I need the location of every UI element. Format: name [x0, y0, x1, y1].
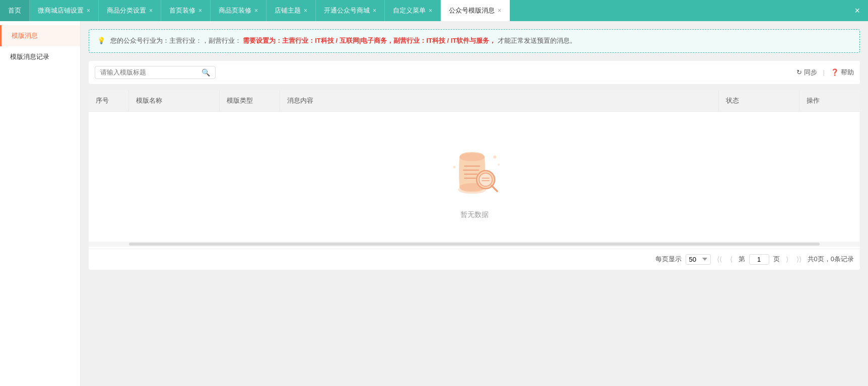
per-page-select[interactable]: 10 20 50 100: [686, 254, 711, 265]
tab-product-decor-label: 商品页装修: [219, 6, 251, 15]
main-layout: 模版消息 模版消息记录 💡 您的公众号行业为：主营行业：，副营行业： 需要设置为…: [0, 21, 868, 386]
sync-icon: ↻: [796, 68, 802, 76]
top-nav: 首页 微商城店铺设置 × 商品分类设置 × 首页装修 × 商品页装修 × 店铺主…: [0, 0, 868, 21]
help-icon: ❓: [831, 68, 839, 76]
sidebar-item-template-msg[interactable]: 模版消息: [0, 25, 80, 46]
tab-theme-label: 店铺主题: [275, 6, 301, 15]
search-input[interactable]: [100, 68, 202, 76]
tab-theme-close[interactable]: ×: [304, 7, 307, 14]
toolbar: 🔍 ↻ 同步 | ❓ 帮助: [89, 61, 860, 84]
first-page-button[interactable]: ⟨⟨: [715, 254, 724, 264]
col-content: 消息内容: [280, 90, 719, 111]
notice-highlight: 需要设置为：主营行业：IT科技 / 互联网|电子商务，副营行业：IT科技 / I…: [243, 37, 496, 44]
tab-template-msg[interactable]: 公众号模版消息 ×: [441, 0, 510, 21]
content-area: 💡 您的公众号行业为：主营行业：，副营行业： 需要设置为：主营行业：IT科技 /…: [81, 21, 868, 386]
tab-product-decor-close[interactable]: ×: [254, 7, 258, 14]
svg-point-12: [453, 166, 455, 168]
tab-wechat-shop-label: 微商城店铺设置: [38, 6, 84, 15]
tab-theme[interactable]: 店铺主题 ×: [266, 0, 316, 21]
search-icon[interactable]: 🔍: [202, 68, 210, 76]
tab-custom-menu[interactable]: 自定义菜单 ×: [385, 0, 441, 21]
tab-homepage-decor-label: 首页装修: [169, 6, 195, 15]
empty-illustration: [444, 142, 505, 202]
notice-suffix: 才能正常发送预置的消息。: [498, 37, 576, 44]
tab-category-label: 商品分类设置: [107, 6, 146, 15]
svg-point-11: [498, 164, 500, 166]
sidebar: 模版消息 模版消息记录: [0, 21, 81, 386]
col-actions: 操作: [799, 90, 860, 111]
page-unit: 页: [773, 255, 780, 264]
scrollbar-track: [129, 243, 820, 246]
tab-template-msg-label: 公众号模版消息: [449, 6, 495, 15]
search-area: 🔍: [95, 66, 216, 79]
sync-label: 同步: [804, 68, 817, 77]
tab-homepage-decor[interactable]: 首页装修 ×: [161, 0, 211, 21]
tab-wechat-shop[interactable]: 微商城店铺设置 ×: [30, 0, 99, 21]
tab-open-mall-label: 开通公众号商城: [324, 6, 370, 15]
tab-homepage-decor-close[interactable]: ×: [198, 7, 202, 14]
tab-custom-menu-close[interactable]: ×: [429, 7, 432, 14]
tab-home-label: 首页: [8, 6, 21, 15]
toolbar-divider: |: [823, 68, 825, 76]
tab-category[interactable]: 商品分类设置 ×: [99, 0, 161, 21]
svg-point-6: [479, 173, 492, 186]
tab-open-mall[interactable]: 开通公众号商城 ×: [316, 0, 385, 21]
data-table: 序号 模版名称 模版类型 消息内容 状态 操作: [89, 90, 860, 270]
per-page-label: 每页显示: [655, 255, 682, 264]
help-label: 帮助: [841, 68, 854, 77]
notice-icon: 💡: [97, 37, 105, 44]
tab-category-close[interactable]: ×: [149, 7, 153, 14]
col-name: 模版名称: [129, 90, 220, 111]
col-index: 序号: [89, 90, 129, 111]
sidebar-item-template-record[interactable]: 模版消息记录: [0, 46, 80, 67]
tab-custom-menu-label: 自定义菜单: [393, 6, 426, 15]
notice-prefix: 您的公众号行业为：主营行业：，副营行业：: [110, 37, 241, 44]
tab-home[interactable]: 首页: [0, 0, 30, 21]
page-summary: 共0页，0条记录: [808, 255, 854, 264]
horizontal-scrollbar[interactable]: [89, 242, 860, 247]
empty-state: 暂无数据: [89, 112, 860, 240]
svg-point-10: [493, 156, 496, 159]
notice-box: 💡 您的公众号行业为：主营行业：，副营行业： 需要设置为：主营行业：IT科技 /…: [89, 29, 860, 53]
tab-open-mall-close[interactable]: ×: [373, 7, 376, 14]
page-label: 第: [739, 255, 745, 264]
sync-button[interactable]: ↻ 同步: [796, 68, 817, 77]
prev-page-button[interactable]: ⟨: [728, 254, 735, 264]
table-header: 序号 模版名称 模版类型 消息内容 状态 操作: [89, 90, 860, 112]
svg-line-7: [492, 186, 497, 191]
empty-text: 暂无数据: [460, 210, 489, 219]
tab-wechat-shop-close[interactable]: ×: [87, 7, 90, 14]
next-page-button[interactable]: ⟩: [784, 254, 790, 264]
pagination: 每页显示 10 20 50 100 ⟨⟨ ⟨ 第 页 ⟩ ⟩⟩ 共0页，0条记录: [89, 249, 860, 270]
toolbar-actions: ↻ 同步 | ❓ 帮助: [796, 68, 854, 77]
tab-template-msg-close[interactable]: ×: [498, 7, 501, 14]
sidebar-item-template-record-label: 模版消息记录: [10, 53, 49, 60]
global-close-button[interactable]: ×: [846, 6, 868, 16]
tab-product-decor[interactable]: 商品页装修 ×: [211, 0, 266, 21]
page-input[interactable]: [749, 254, 769, 265]
help-button[interactable]: ❓ 帮助: [831, 68, 854, 77]
last-page-button[interactable]: ⟩⟩: [794, 254, 804, 264]
col-status: 状态: [719, 90, 799, 111]
col-type: 模版类型: [220, 90, 280, 111]
sidebar-item-template-msg-label: 模版消息: [12, 32, 38, 39]
